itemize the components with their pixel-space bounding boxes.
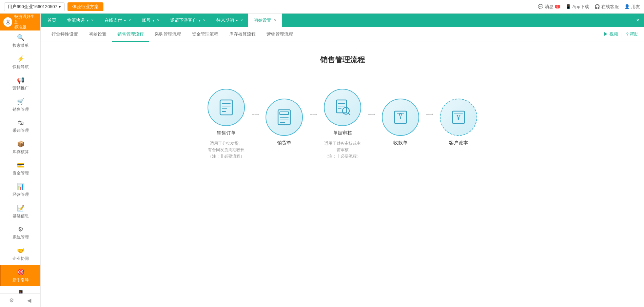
sidebar-item-quick-nav[interactable]: ⚡ 快捷导航 <box>0 52 40 73</box>
nav-tab-online-payment[interactable]: 在线支付 ▾ × <box>99 14 136 27</box>
logo-text: 畅捷通好生意 标准版 <box>14 14 37 30</box>
close-icon[interactable]: × <box>203 18 206 23</box>
audit-circle[interactable] <box>324 89 361 126</box>
sidebar-item-label: 销售管理 <box>13 107 29 112</box>
video-link[interactable]: ▶ 视频 <box>604 31 618 37</box>
chevron-icon: ▾ <box>199 19 200 22</box>
sub-tab-purchase-flow[interactable]: 采购管理流程 <box>149 27 187 42</box>
sub-tab-sales-flow[interactable]: 销售管理流程 <box>112 27 149 42</box>
nav-tab-label: 首页 <box>47 17 56 23</box>
collapse-icon[interactable]: ◀ <box>27 297 31 304</box>
app-download-label: App下载 <box>572 4 589 10</box>
receipt-circle[interactable]: ¥ <box>382 99 419 136</box>
step-name: 客户账本 <box>449 140 468 146</box>
sub-tab-inventory-flow[interactable]: 库存核算流程 <box>224 27 261 42</box>
account-circle[interactable]: ¥ <box>440 99 477 136</box>
sidebar-items: 🔍 搜索菜单 ⚡ 快捷导航 📢 营销推广 🛒 销售管理 🛍 采购管理 📦 <box>0 30 40 293</box>
user-label: 用友 <box>631 4 640 10</box>
step-name: 收款单 <box>393 140 408 146</box>
chevron-icon: ▾ <box>236 19 238 22</box>
sidebar-item-system[interactable]: ⚙ 系统管理 <box>0 222 40 244</box>
sidebar-item-inventory[interactable]: 📦 库存核算 <box>0 137 40 158</box>
sub-tab-industry[interactable]: 行业特性设置 <box>46 27 83 42</box>
close-all-tabs[interactable]: × <box>633 17 643 23</box>
sub-tabs: 行业特性设置 初始设置 销售管理流程 采购管理流程 资金管理流程 库存核算流程 <box>41 27 644 41</box>
nav-tab-label: 物流快递 <box>67 17 85 23</box>
help-label: 帮助 <box>630 32 639 37</box>
sidebar-item-funds[interactable]: 💳 资金管理 <box>0 158 40 180</box>
sub-tab-marketing-flow[interactable]: 营销管理流程 <box>261 27 298 42</box>
nav-tab-home[interactable]: 首页 <box>42 14 62 27</box>
phone-icon: 📱 <box>566 4 571 9</box>
logo-icon: 🐰 <box>3 17 12 27</box>
flow-arrow-2: --→ <box>303 110 324 118</box>
sales-order-circle[interactable] <box>208 89 245 126</box>
svg-line-15 <box>348 113 350 115</box>
sidebar-item-label: 新手引导 <box>13 277 29 283</box>
close-icon[interactable]: × <box>91 18 94 23</box>
sidebar-item-operations[interactable]: 📊 经营管理 <box>0 180 40 201</box>
mobile-icon: 📱 <box>17 290 24 293</box>
page-content: 销售管理流程 销售订单 适用于分批 <box>41 41 644 307</box>
close-icon[interactable]: × <box>274 18 276 23</box>
sidebar-item-label: 系统管理 <box>13 234 29 240</box>
sub-tab-initial-setup[interactable]: 初始设置 <box>83 27 112 42</box>
nav-tab-label: 账号 <box>142 17 151 23</box>
svg-rect-0 <box>220 100 232 115</box>
nav-tab-period-init[interactable]: 往来期初 ▾ × <box>211 14 248 27</box>
sidebar-item-enterprise-collab[interactable]: 🤝 企业协同 <box>0 244 40 265</box>
nav-tab-initial-setup[interactable]: 初始设置 × <box>248 14 282 27</box>
help-icon: ? <box>626 32 628 37</box>
svg-text:¥: ¥ <box>457 113 461 122</box>
invoice-circle[interactable] <box>266 99 303 136</box>
message-icon: 💬 <box>538 4 543 9</box>
close-icon[interactable]: × <box>157 18 159 23</box>
flow-step-account: ¥ 客户账本 <box>440 99 477 150</box>
message-group[interactable]: 💬 消息 6 <box>538 4 560 10</box>
close-icon[interactable]: × <box>129 18 131 23</box>
sidebar-item-marketing[interactable]: 📢 营销推广 <box>0 73 40 95</box>
video-icon: ▶ <box>604 32 608 37</box>
nav-tab-label: 初始设置 <box>254 17 271 23</box>
message-badge: 6 <box>555 5 560 8</box>
help-link[interactable]: ? 帮助 <box>626 31 639 37</box>
sidebar-item-basic-info[interactable]: 📝 基础信息 <box>0 201 40 222</box>
flow-arrow-4: --→ <box>419 110 440 118</box>
avatar: 👤 <box>624 4 630 9</box>
sub-tab-label: 行业特性设置 <box>52 31 78 37</box>
sidebar-item-sales[interactable]: 🛒 销售管理 <box>0 95 40 116</box>
svg-rect-6 <box>280 112 289 115</box>
nav-tab-invite[interactable]: 邀请下游客户 ▾ × <box>165 14 211 27</box>
sidebar-item-search[interactable]: 🔍 搜索菜单 <box>0 30 40 52</box>
separator: | <box>622 32 623 37</box>
flow-step-receipt: ¥ 收款单 <box>382 99 419 150</box>
handshake-icon: 🤝 <box>17 247 24 254</box>
sidebar-item-new-guide[interactable]: 🎯 新手引导 <box>0 265 40 286</box>
sub-tab-label: 初始设置 <box>89 31 106 37</box>
nav-tabs: 首页 物流快递 ▾ × 在线支付 ▾ × 账号 ▾ × 邀请下游客户 ▾ × <box>41 14 644 27</box>
sidebar-item-app-center[interactable]: 📱 应用中心 <box>0 286 40 293</box>
sidebar-item-purchase[interactable]: 🛍 采购管理 <box>0 116 40 137</box>
gear-icon: ⚙ <box>18 226 23 233</box>
user-selector[interactable]: 用户690企业1660120507 ▾ <box>4 2 65 11</box>
sub-tab-funds-flow[interactable]: 资金管理流程 <box>187 27 224 42</box>
lightning-icon: ⚡ <box>17 55 24 63</box>
step-desc: 适用于财务审核或主 管审核 （注：非必要流程） <box>324 140 361 160</box>
close-icon[interactable]: × <box>240 18 243 23</box>
sub-tab-label: 采购管理流程 <box>155 31 181 37</box>
nav-tab-logistics[interactable]: 物流快递 ▾ × <box>62 14 99 27</box>
search-icon: 🔍 <box>17 34 24 41</box>
header-left: 用户690企业1660120507 ▾ 体验行业方案 <box>4 2 103 11</box>
settings-bottom-icon[interactable]: ⚙ <box>9 297 14 304</box>
chevron-icon: ▾ <box>153 19 154 22</box>
app-download-group[interactable]: 📱 App下载 <box>566 4 589 10</box>
online-service-group[interactable]: 🎧 在线客服 <box>594 4 619 10</box>
note-icon: 📝 <box>17 204 24 212</box>
content-area: 首页 物流快递 ▾ × 在线支付 ▾ × 账号 ▾ × 邀请下游客户 ▾ × <box>41 14 644 307</box>
user-group[interactable]: 👤 用友 <box>624 4 640 10</box>
nav-tab-label: 往来期初 <box>216 17 234 23</box>
nav-tab-account[interactable]: 账号 ▾ × <box>136 14 165 27</box>
trial-button[interactable]: 体验行业方案 <box>67 2 103 11</box>
sidebar-item-label: 营销推广 <box>13 85 29 91</box>
chevron-icon: ▾ <box>87 19 89 22</box>
